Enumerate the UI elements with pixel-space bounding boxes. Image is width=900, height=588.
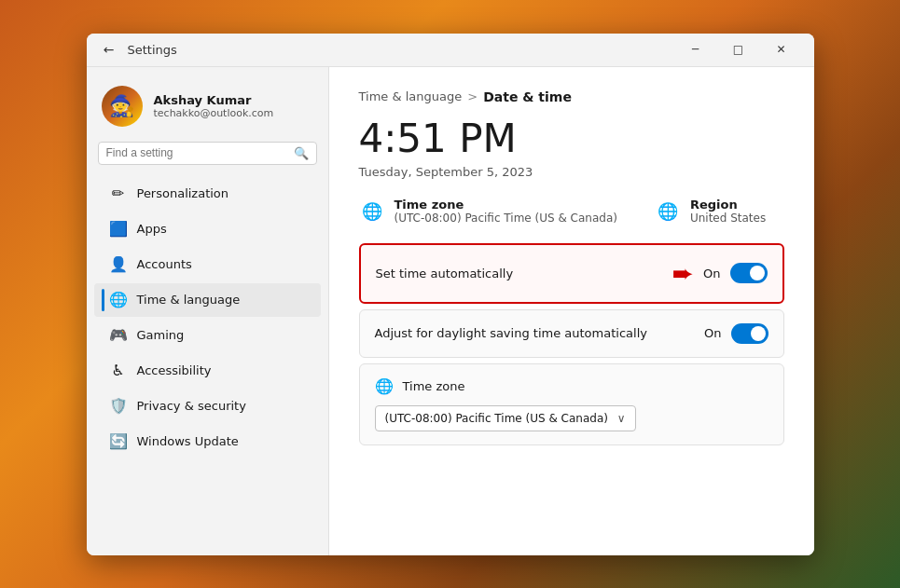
daylight-saving-row: Adjust for daylight saving time automati… [359, 309, 784, 358]
set-time-auto-status: On [703, 267, 720, 280]
user-name: Akshay Kumar [154, 93, 274, 107]
accessibility-icon: ♿ [109, 362, 128, 380]
avatar: 🧙 [102, 86, 143, 127]
maximize-button[interactable]: □ [717, 34, 760, 67]
titlebar: ← Settings ─ □ ✕ [87, 34, 814, 67]
set-time-auto-label: Set time automatically [376, 267, 514, 280]
sidebar-item-label: Windows Update [137, 434, 239, 448]
main-content: Time & language > Date & time 4:51 PM Tu… [329, 67, 814, 555]
timezone-globe-icon: 🌐 [359, 198, 385, 224]
current-time: 4:51 PM [359, 116, 784, 161]
windows-update-icon: 🔄 [109, 432, 128, 451]
sidebar-item-windows-update[interactable]: 🔄 Windows Update [94, 425, 321, 458]
sidebar-item-label: Time & language [137, 293, 241, 307]
privacy-security-icon: 🛡️ [109, 397, 128, 416]
search-box[interactable]: 🔍 [98, 142, 317, 165]
breadcrumb-chevron: > [467, 89, 478, 103]
user-info: Akshay Kumar techakko@outlook.com [154, 93, 274, 119]
sidebar-item-personalization[interactable]: ✏️ Personalization [94, 177, 321, 211]
minimize-button[interactable]: ─ [674, 34, 717, 67]
sidebar-item-accounts[interactable]: 👤 Accounts [94, 248, 321, 281]
region-label: Region [690, 198, 766, 212]
personalization-icon: ✏️ [109, 185, 128, 203]
close-button[interactable]: ✕ [760, 34, 803, 67]
daylight-status: On [704, 326, 721, 340]
window-title: Settings [128, 43, 177, 57]
daylight-controls: On [704, 323, 768, 344]
set-time-auto-toggle[interactable] [730, 263, 768, 283]
region-value: United States [690, 212, 766, 225]
breadcrumb-current: Date & time [483, 89, 572, 104]
sidebar-item-label: Gaming [137, 328, 185, 342]
region-info: 🌐 Region United States [655, 198, 766, 225]
region-globe-icon: 🌐 [655, 198, 681, 224]
window-content: 🧙 Akshay Kumar techakko@outlook.com 🔍 ✏️… [87, 67, 814, 555]
user-section: 🧙 Akshay Kumar techakko@outlook.com [87, 75, 328, 142]
sidebar-item-label: Privacy & security [137, 399, 246, 413]
timezone-section: 🌐 Time zone (UTC-08:00) Pacific Time (US… [359, 363, 784, 445]
chevron-down-icon: ∨ [617, 412, 626, 425]
timezone-section-label: Time zone [403, 379, 465, 393]
sidebar-item-label: Accounts [137, 257, 192, 271]
sidebar-item-label: Personalization [137, 186, 229, 200]
set-time-auto-row: Set time automatically ➨ On [359, 243, 784, 304]
timezone-section-header: 🌐 Time zone [375, 377, 768, 396]
timezone-section-icon: 🌐 [375, 377, 394, 396]
breadcrumb-parent: Time & language [359, 89, 463, 103]
window-controls: ─ □ ✕ [674, 34, 803, 67]
gaming-icon: 🎮 [109, 326, 128, 345]
daylight-label: Adjust for daylight saving time automati… [375, 326, 647, 340]
timezone-label: Time zone [395, 198, 617, 212]
highlight-arrow-icon: ➨ [672, 258, 694, 289]
user-email: techakko@outlook.com [154, 107, 274, 119]
sidebar-item-accessibility[interactable]: ♿ Accessibility [94, 354, 321, 388]
back-button[interactable]: ← [98, 38, 120, 61]
daylight-toggle[interactable] [731, 323, 768, 344]
set-time-auto-controls: ➨ On [672, 258, 768, 289]
info-row: 🌐 Time zone (UTC-08:00) Pacific Time (US… [359, 198, 784, 225]
search-icon: 🔍 [294, 146, 309, 160]
sidebar: 🧙 Akshay Kumar techakko@outlook.com 🔍 ✏️… [87, 67, 329, 555]
sidebar-item-apps[interactable]: 🟦 Apps [94, 212, 321, 246]
apps-icon: 🟦 [109, 220, 128, 239]
time-language-icon: 🌐 [109, 291, 128, 309]
sidebar-item-label: Accessibility [137, 363, 212, 377]
sidebar-item-label: Apps [137, 222, 167, 236]
sidebar-item-time-language[interactable]: 🌐 Time & language [94, 283, 321, 317]
breadcrumb: Time & language > Date & time [359, 89, 784, 104]
sidebar-item-gaming[interactable]: 🎮 Gaming [94, 319, 321, 352]
current-date: Tuesday, September 5, 2023 [359, 165, 784, 179]
accounts-icon: 👤 [109, 255, 128, 274]
settings-window: ← Settings ─ □ ✕ 🧙 Akshay Kumar techakko… [87, 34, 814, 555]
timezone-select-value: (UTC-08:00) Pacific Time (US & Canada) [385, 412, 608, 425]
timezone-value: (UTC-08:00) Pacific Time (US & Canada) [395, 212, 617, 225]
timezone-info: 🌐 Time zone (UTC-08:00) Pacific Time (US… [359, 198, 617, 225]
timezone-dropdown[interactable]: (UTC-08:00) Pacific Time (US & Canada) ∨ [375, 405, 636, 431]
search-input[interactable] [106, 146, 288, 159]
sidebar-item-privacy-security[interactable]: 🛡️ Privacy & security [94, 390, 321, 423]
